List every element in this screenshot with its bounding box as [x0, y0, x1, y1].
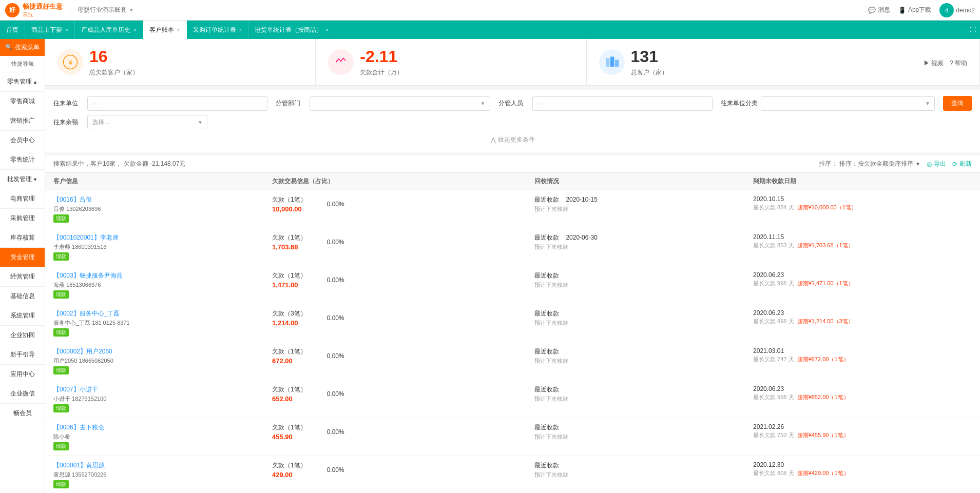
- sidebar-item-enterprise-wechat[interactable]: 企业微信: [0, 384, 45, 404]
- tab-customer-account[interactable]: 客户账本 ×: [143, 21, 187, 39]
- overdue-info: 2020.10.15 最长欠款 884 天 超期¥10,000.00（1笔）: [753, 195, 972, 211]
- balance-input[interactable]: 选择... ▼: [87, 115, 207, 129]
- customer-name-link[interactable]: 【0001020001】李老师: [53, 234, 119, 241]
- tab-bar: 首页 商品上下架 × 产成品入库单历史 × 客户账本 × 采购订单统计表 × 进…: [0, 21, 980, 39]
- search-button[interactable]: 查询: [943, 96, 972, 111]
- overdue-link[interactable]: 超期¥672.00（1笔）: [797, 356, 849, 362]
- customer-contact: 海燕 18513066976: [53, 281, 272, 289]
- data-table: 客户信息 欠款交易信息（占比） 回收情况 到期未收款日期 【0016】吕俊 吕俊…: [45, 173, 980, 493]
- tab-maximize-icon[interactable]: ⛶: [970, 26, 976, 33]
- table-row: 【0006】去下粮仓 陈小希 现款 欠款（1笔） 455.90 0.00% 最近…: [45, 418, 980, 456]
- sidebar-item-app-center[interactable]: 应用中心: [0, 365, 45, 384]
- refresh-btn[interactable]: ⟳ 刷新: [952, 160, 972, 168]
- logo-area: 好 畅捷通好生意 示范 母婴行业演示账套 ▼: [5, 2, 134, 18]
- recovery-info: 最近收款 预计下次收款: [534, 347, 753, 365]
- header-recovery: 回收情况: [534, 177, 753, 186]
- sidebar-item-system[interactable]: 系统管理: [0, 306, 45, 326]
- stats-bar: ¥ 16 总欠款客户（家） -2.11 欠款合计（万）: [45, 39, 980, 86]
- export-btn[interactable]: ◎ 导出: [927, 160, 946, 168]
- close-icon[interactable]: ×: [177, 27, 180, 33]
- sidebar-item-purchase-mgmt[interactable]: 采购管理: [0, 209, 45, 228]
- overdue-link[interactable]: 超期¥652.00（1笔）: [797, 394, 849, 400]
- collapse-btn[interactable]: ⋀ 收起更多条件: [491, 135, 535, 144]
- header-overdue-date: 到期未收款日期: [753, 177, 972, 186]
- customer-contact: 小进干 18279152100: [53, 395, 272, 403]
- sidebar-item-vip[interactable]: 畅会员: [0, 404, 45, 423]
- sidebar-item-retail-mgmt[interactable]: 零售管理 ▲: [0, 72, 45, 92]
- tab-home[interactable]: 首页: [0, 21, 25, 39]
- debt-info: 欠款（1笔） 652.00 0.00%: [272, 385, 534, 403]
- close-icon[interactable]: ×: [239, 27, 242, 33]
- message-btn[interactable]: 💬 消息: [868, 6, 890, 14]
- arrow-icon: ▼: [33, 177, 37, 182]
- overdue-link[interactable]: 超期¥10,000.00（1笔）: [797, 204, 857, 210]
- overdue-link[interactable]: 超期¥429.00（1笔）: [797, 470, 849, 476]
- tab-purchase-stats[interactable]: 进货单统计表（按商品） ×: [248, 21, 335, 39]
- app-download-btn[interactable]: 📱 App下载: [898, 6, 931, 14]
- sidebar-item-retail-stats[interactable]: 零售统计: [0, 150, 45, 170]
- user-avatar-btn[interactable]: d demo2: [939, 3, 975, 17]
- stat-overdue-amount: -2.11 欠款合计（万）: [316, 39, 586, 85]
- sort-control[interactable]: 排序： 排序：按欠款金额倒序排序 ▼: [819, 160, 920, 168]
- sidebar-search[interactable]: 🔍 搜索菜单: [0, 39, 45, 56]
- overdue-link[interactable]: 超期¥1,471.00（1笔）: [797, 280, 854, 286]
- debt-info: 欠款（1笔） 1,471.00 0.00%: [272, 271, 534, 289]
- customer-tag: 现款: [53, 366, 69, 374]
- customer-name-link[interactable]: 【0016】吕俊: [53, 196, 92, 203]
- help-btn[interactable]: ? 帮助: [950, 59, 967, 68]
- sidebar-item-member[interactable]: 会员中心: [0, 131, 45, 150]
- close-icon[interactable]: ×: [133, 27, 137, 33]
- dept-input[interactable]: ▼: [310, 96, 490, 111]
- unit-category-input[interactable]: ▼: [761, 96, 935, 111]
- filter-balance: 往来余额 选择... ▼: [53, 115, 207, 129]
- sidebar-item-marketing[interactable]: 营销推广: [0, 111, 45, 131]
- customer-name-link[interactable]: 【000001】黄思源: [53, 462, 105, 469]
- sidebar-item-enterprise-collab[interactable]: 企业协同: [0, 326, 45, 345]
- customer-info: 【0002】服务中心_丁磊 服务中心_丁磊 181 0125 8371 现款: [53, 309, 272, 337]
- total-customers-label: 总客户（家）: [631, 68, 668, 77]
- company-selector[interactable]: 母婴行业演示账套 ▼: [78, 6, 134, 14]
- sidebar-item-inventory[interactable]: 库存核算: [0, 228, 45, 248]
- customer-name-link[interactable]: 【0003】畅捷服务尹海燕: [53, 272, 123, 279]
- customer-info: 【000002】用户2050 用户2050 18665062050 现款: [53, 347, 272, 374]
- person-input[interactable]: ···: [532, 96, 713, 111]
- tab-production-history[interactable]: 产成品入库单历史 ×: [75, 21, 143, 39]
- filter-unit-category: 往来单位分类 ▼: [721, 96, 935, 111]
- sidebar-item-batch-mgmt[interactable]: 批发管理 ▼: [0, 170, 45, 189]
- sidebar-item-operations[interactable]: 经营管理: [0, 267, 45, 287]
- customer-contact: 服务中心_丁磊 181 0125 8371: [53, 319, 272, 327]
- tab-product-on-off[interactable]: 商品上下架 ×: [25, 21, 75, 39]
- phone-icon: 📱: [898, 7, 906, 14]
- sidebar-item-retail-store[interactable]: 零售商城: [0, 92, 45, 111]
- filter-person: 分管人员 ···: [498, 96, 713, 111]
- close-icon[interactable]: ×: [325, 27, 329, 33]
- recovery-info: 最近收款 2020-10-15 预计下次收款: [534, 195, 753, 213]
- svg-text:¥: ¥: [68, 59, 72, 66]
- customer-name-link[interactable]: 【000002】用户2050: [53, 348, 112, 355]
- from-unit-input[interactable]: ···: [87, 96, 267, 111]
- sidebar-item-new-guide[interactable]: 新手引导: [0, 345, 45, 365]
- chevron-down-icon: ▼: [925, 101, 930, 106]
- close-icon[interactable]: ×: [65, 27, 68, 33]
- sidebar-quick-nav[interactable]: 快捷导航: [0, 56, 45, 72]
- stat-overdue-customers: ¥ 16 总欠款客户（家）: [45, 39, 316, 85]
- video-btn[interactable]: ▶ 视频: [924, 59, 944, 68]
- overdue-amount-label: 欠款合计（万）: [360, 68, 403, 77]
- tab-minimize-icon[interactable]: —: [959, 26, 966, 33]
- customer-name-link[interactable]: 【0006】去下粮仓: [53, 424, 104, 431]
- stat-icon-customers: ¥: [57, 49, 83, 75]
- recovery-info: 最近收款 预计下次收款: [534, 423, 753, 441]
- sidebar-item-basic-info[interactable]: 基础信息: [0, 287, 45, 306]
- debt-info: 欠款（1笔） 672.00 0.00%: [272, 347, 534, 365]
- overdue-link[interactable]: 超期¥455.90（1笔）: [797, 432, 849, 438]
- tab-purchase-order[interactable]: 采购订单统计表 ×: [187, 21, 249, 39]
- customer-name-link[interactable]: 【0002】服务中心_丁磊: [53, 310, 120, 317]
- overdue-link[interactable]: 超期¥1,214.00（3笔）: [797, 318, 854, 324]
- customer-name-link[interactable]: 【0007】小进干: [53, 386, 98, 393]
- sidebar-item-ecommerce[interactable]: 电商管理: [0, 189, 45, 209]
- chevron-down-icon: ▼: [481, 101, 486, 106]
- sidebar-item-capital[interactable]: 资金管理: [0, 248, 45, 267]
- overdue-link[interactable]: 超期¥1,703.68（1笔）: [797, 242, 854, 248]
- stat-icon-total: [599, 49, 625, 75]
- main-layout: 🔍 搜索菜单 快捷导航 零售管理 ▲ 零售商城 营销推广 会员中心 零售统计 批…: [0, 39, 980, 493]
